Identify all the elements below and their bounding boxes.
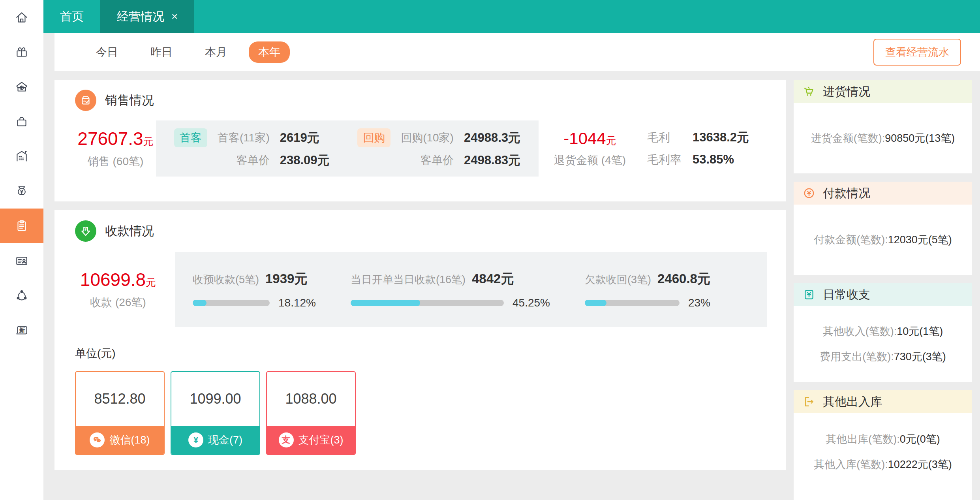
sales-total-label: 销售 (60笔)	[75, 154, 156, 169]
collection-card: ¥ 收款情况 10699.8元 收款 (26笔) 收预收款(5笔)1939元	[54, 210, 786, 470]
alipay-footer: 支 支付宝(3)	[267, 426, 355, 454]
sidebar-item-promotion[interactable]	[0, 70, 43, 104]
progress-bar	[193, 300, 270, 306]
filter-this-month[interactable]: 本月	[194, 41, 238, 63]
first-customer-badge: 首客	[174, 128, 207, 147]
other-inbound-line: 其他入库(笔数):10222元(3笔)	[814, 457, 952, 472]
returns-block: -1044元 退货金额 (4笔)	[549, 129, 631, 168]
time-filter-bar: 今日 昨日 本月 本年 查看经营流水	[54, 33, 980, 71]
daily-panel-title: 日常收支	[823, 287, 870, 303]
collection-total-label: 收款 (26笔)	[75, 295, 161, 310]
id-card-icon	[14, 253, 29, 268]
home-icon	[14, 10, 29, 25]
collection-progress-panel: 收预收款(5笔)1939元 18.12% 当日开单当日收款(16笔)4842元 …	[175, 252, 767, 327]
sidebar-item-products[interactable]	[0, 104, 43, 139]
content-area: 销售情况 27607.3元 销售 (60笔) 首客 首客(11家) 2619元 …	[54, 80, 972, 500]
inout-icon	[802, 395, 816, 408]
purchase-panel-header: 进货情况	[794, 80, 972, 103]
daily-panel-body: 其他收入(笔数):10元(1笔) 费用支出(笔数):730元(3笔)	[794, 306, 972, 382]
alipay-payment-card: 1088.00 支 支付宝(3)	[266, 371, 356, 455]
sidebar-item-customers[interactable]	[0, 243, 43, 278]
summary-sidebar: 进货情况 进货金额(笔数):90850元(13笔) 付款情况 付款金额(笔数):…	[794, 80, 972, 500]
payment-panel: 付款情况 付款金额(笔数):12030元(5笔)	[794, 182, 972, 275]
alipay-icon: 支	[279, 432, 294, 447]
alipay-amount: 1088.00	[267, 372, 355, 426]
view-business-flow-button[interactable]: 查看经营流水	[873, 39, 961, 66]
prepaid-progress-group: 收预收款(5笔)1939元 18.12%	[193, 270, 316, 309]
daily-ledger-icon	[802, 288, 816, 301]
filter-yesterday[interactable]: 昨日	[140, 41, 183, 63]
sales-card-title: 销售情况	[105, 92, 154, 109]
money-bag-icon	[14, 184, 29, 199]
unit-label: 单位(元)	[75, 346, 766, 361]
collection-stats-row: 10699.8元 收款 (26笔) 收预收款(5笔)1939元 18.12%	[75, 252, 766, 327]
payment-panel-title: 付款情况	[823, 185, 870, 201]
wechat-footer: 微信(18)	[76, 426, 164, 454]
daily-income-expense-panel: 日常收支 其他收入(笔数):10元(1笔) 费用支出(笔数):730元(3笔)	[794, 283, 972, 382]
purchase-panel: 进货情况 进货金额(笔数):90850元(13笔)	[794, 80, 972, 173]
cash-label: 现金(7)	[208, 433, 242, 447]
sales-card-header: 销售情况	[75, 90, 766, 111]
returns-label: 退货金额 (4笔)	[549, 153, 631, 168]
collection-card-header: ¥ 收款情况	[75, 220, 766, 242]
purchase-amount-line: 进货金额(笔数):90850元(13笔)	[811, 131, 955, 145]
filter-this-year-selected[interactable]: 本年	[249, 41, 290, 63]
payment-amount-line: 付款金额(笔数):12030元(5笔)	[814, 233, 952, 247]
customer-stats-panel: 首客 首客(11家) 2619元 客单价 238.09元 回购 回购(10家) …	[156, 120, 539, 177]
daily-panel-header: 日常收支	[794, 283, 972, 306]
tab-business-status-label: 经营情况	[117, 9, 164, 25]
progress-bar	[585, 300, 680, 306]
purchase-panel-body: 进货金额(笔数):90850元(13笔)	[794, 103, 972, 173]
progress-bar	[351, 300, 504, 306]
gift-icon	[14, 45, 29, 60]
business-dashboard: 新 首页 经营情况 × 今日 昨日 本月 本年 查看经营流水	[0, 0, 980, 500]
wechat-payment-card: 8512.80 微信(18)	[75, 371, 165, 455]
tab-business-status[interactable]: 经营情况 ×	[100, 0, 194, 33]
inout-panel-header: 其他出入库	[794, 390, 972, 413]
sidebar-item-home[interactable]	[0, 0, 43, 35]
filter-today[interactable]: 今日	[85, 41, 129, 63]
new-badge-icon: 新	[14, 323, 29, 338]
sidebar-item-new-features[interactable]: 新	[0, 313, 43, 348]
debt-recovered-progress-group: 欠款收回(3笔)2460.8元 23%	[585, 270, 710, 309]
close-tab-icon[interactable]: ×	[171, 10, 178, 23]
sidebar-item-warehouse[interactable]	[0, 139, 43, 174]
other-outbound-line: 其他出库(笔数):0元(0笔)	[826, 432, 940, 446]
profit-margin-label: 毛利率	[647, 152, 681, 168]
sales-doc-icon	[75, 90, 96, 111]
icon-sidebar: 新	[0, 0, 43, 500]
expense-line: 费用支出(笔数):730元(3笔)	[820, 350, 946, 364]
pay-coin-icon	[802, 186, 816, 200]
wechat-icon	[90, 432, 105, 447]
svg-text:¥: ¥	[84, 227, 87, 231]
clipboard-icon	[14, 218, 29, 233]
collection-arrow-icon: ¥	[75, 220, 96, 242]
repeat-customer-group: 回购 回购(10家) 24988.3元 客单价 2498.83元	[357, 128, 520, 169]
main-column: 销售情况 27607.3元 销售 (60笔) 首客 首客(11家) 2619元 …	[54, 80, 786, 500]
alipay-label: 支付宝(3)	[299, 433, 344, 447]
sales-total: 27607.3元 销售 (60笔)	[75, 128, 156, 169]
payment-methods-row: 8512.80 微信(18) 1099.00 ¥ 现金(7)	[75, 371, 766, 455]
inout-panel-title: 其他出入库	[823, 394, 882, 410]
collection-card-title: 收款情况	[105, 223, 154, 239]
profit-margin-value: 53.85%	[693, 152, 749, 167]
wechat-amount: 8512.80	[76, 372, 164, 426]
top-tab-bar: 首页 经营情况 ×	[43, 0, 980, 33]
bag-icon	[14, 114, 29, 129]
share-network-icon	[14, 288, 29, 303]
collection-total-amount: 10699.8元	[75, 269, 161, 290]
purchase-panel-title: 进货情况	[823, 84, 870, 100]
warehouse-icon	[14, 149, 29, 164]
vertical-divider	[636, 129, 636, 168]
tab-home[interactable]: 首页	[43, 0, 100, 33]
sales-stats-row: 27607.3元 销售 (60笔) 首客 首客(11家) 2619元 客单价 2…	[75, 120, 766, 177]
other-income-line: 其他收入(笔数):10元(1笔)	[823, 324, 943, 338]
sales-total-amount: 27607.3元	[75, 128, 156, 149]
returns-amount: -1044元	[549, 129, 631, 148]
sidebar-item-gift[interactable]	[0, 35, 43, 70]
tab-home-label: 首页	[60, 9, 84, 25]
sidebar-item-finance[interactable]	[0, 174, 43, 209]
cash-amount: 1099.00	[171, 372, 259, 426]
sidebar-item-share[interactable]	[0, 278, 43, 313]
sidebar-item-reports[interactable]	[0, 209, 43, 243]
